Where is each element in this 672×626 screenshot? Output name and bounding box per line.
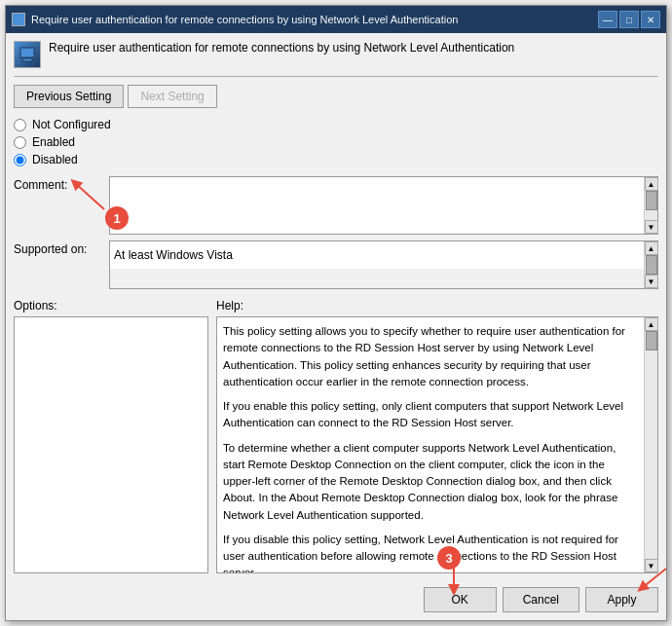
help-content-wrapper: This policy setting allows you to specif… [216, 316, 658, 573]
header-section: Require user authentication for remote c… [14, 41, 658, 77]
window-title: Require user authentication for remote c… [31, 14, 598, 25]
supported-row: Supported on: At least Windows Vista ▲ ▼ [14, 240, 658, 289]
help-paragraph-1: This policy setting allows you to specif… [223, 323, 638, 390]
help-scroll-track [645, 331, 657, 559]
help-panel: Help: This policy setting allows you to … [216, 299, 658, 573]
ok-button[interactable]: OK [424, 587, 497, 612]
title-bar: Require user authentication for remote c… [6, 6, 666, 33]
policy-icon [14, 41, 41, 68]
not-configured-option[interactable]: Not Configured [14, 118, 658, 131]
header-title: Require user authentication for remote c… [49, 41, 658, 55]
supported-scrollbar[interactable]: ▲ ▼ [644, 241, 657, 288]
apply-button[interactable]: Apply [585, 587, 658, 612]
help-scroll-down[interactable]: ▼ [645, 559, 658, 572]
enabled-option[interactable]: Enabled [14, 135, 658, 149]
supported-label: Supported on: [14, 240, 101, 256]
options-panel: Options: [14, 299, 208, 573]
comment-scroll-track [645, 191, 657, 220]
enabled-label: Enabled [32, 135, 75, 149]
supported-scroll-up[interactable]: ▲ [645, 241, 658, 255]
close-button[interactable]: ✕ [641, 11, 660, 28]
help-scroll-up[interactable]: ▲ [645, 317, 658, 331]
comment-field-wrapper: ▲ ▼ [109, 176, 658, 235]
help-paragraph-4: If you disable this policy setting, Netw… [223, 532, 638, 572]
comment-row: Comment: ▲ ▼ [14, 176, 658, 235]
svg-rect-1 [22, 58, 32, 61]
disabled-radio[interactable] [14, 154, 26, 166]
comment-scroll-down[interactable]: ▼ [645, 220, 658, 234]
cancel-button[interactable]: Cancel [503, 587, 579, 612]
help-header: Help: [216, 299, 658, 313]
help-scrollbar[interactable]: ▲ ▼ [644, 317, 657, 572]
minimize-button[interactable]: — [598, 11, 617, 28]
comment-input[interactable] [110, 177, 644, 234]
supported-text: At least Windows Vista [114, 248, 233, 262]
next-setting-button[interactable]: Next Setting [128, 85, 216, 108]
disabled-label: Disabled [32, 153, 78, 166]
not-configured-label: Not Configured [32, 118, 111, 131]
supported-scroll-thumb[interactable] [646, 255, 657, 275]
comment-supported-section: Comment: ▲ ▼ Supported on: [14, 176, 658, 289]
svg-rect-0 [20, 48, 34, 57]
content-area: Require user authentication for remote c… [6, 33, 666, 620]
radio-group: Not Configured Enabled Disabled [14, 118, 658, 176]
help-scroll-thumb[interactable] [646, 331, 657, 350]
title-bar-controls: — □ ✕ [598, 11, 660, 28]
comment-scroll-thumb[interactable] [646, 191, 657, 210]
comment-scrollbar[interactable]: ▲ ▼ [644, 177, 657, 234]
previous-setting-button[interactable]: Previous Setting [14, 85, 124, 108]
bottom-buttons: OK Cancel Apply [14, 581, 658, 612]
main-window: Require user authentication for remote c… [5, 5, 667, 621]
radio-section: Not Configured Enabled Disabled [14, 118, 658, 166]
maximize-button[interactable]: □ [619, 11, 639, 28]
help-text: This policy setting allows you to specif… [217, 317, 644, 572]
options-help-section: Options: Help: This policy setting allow… [14, 299, 658, 573]
supported-value: At least Windows Vista [110, 241, 644, 269]
enabled-radio[interactable] [14, 136, 26, 149]
help-paragraph-2: If you enable this policy setting, only … [223, 398, 638, 432]
comment-label: Comment: [14, 176, 101, 192]
supported-scroll-down[interactable]: ▼ [645, 275, 658, 288]
options-content [14, 316, 208, 573]
not-configured-radio[interactable] [14, 119, 26, 131]
options-header: Options: [14, 299, 208, 313]
window-icon [12, 13, 25, 26]
comment-scroll-up[interactable]: ▲ [645, 177, 658, 191]
help-paragraph-3: To determine whether a client computer s… [223, 440, 638, 524]
supported-scroll-track [645, 255, 657, 275]
supported-field-wrapper: At least Windows Vista ▲ ▼ [109, 240, 658, 289]
nav-buttons: Previous Setting Next Setting [14, 85, 658, 108]
disabled-option[interactable]: Disabled [14, 153, 658, 166]
